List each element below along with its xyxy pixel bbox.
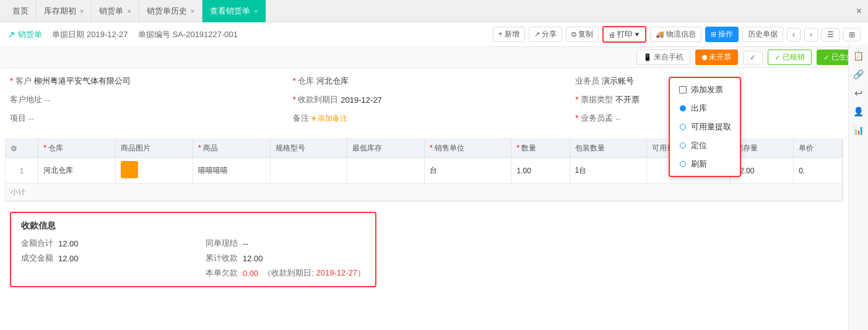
close-sales-history-tab[interactable]: ×	[191, 7, 194, 15]
transaction-amount-label: 成交金额	[21, 253, 53, 264]
doc-type-badge: ↗ 销货单	[7, 29, 42, 40]
grid-view-button[interactable]: ⊞	[843, 28, 861, 41]
row-pkg-qty: 1台	[570, 158, 647, 184]
payment-info-box: 收款信息 金额合计 12.00 同单现结 -- 成交金额 12.00 累计收款 …	[10, 212, 376, 287]
right-icon-clipboard[interactable]: 📋	[850, 47, 867, 64]
address-field: 客户地址 --	[10, 94, 293, 105]
close-all-tabs[interactable]: ×	[856, 6, 862, 17]
copy-button[interactable]: ⧉ 复制	[566, 27, 599, 42]
add-invoice-icon	[679, 85, 687, 94]
warehouse-value: 河北仓库	[316, 76, 349, 87]
row-warehouse: 河北仓库	[38, 158, 116, 184]
note-field: 备注 + 添加备注	[293, 113, 576, 124]
staff-value: 演示账号	[602, 76, 634, 87]
operation-button[interactable]: ⊞ 操作	[705, 27, 739, 42]
row-unit: 台	[425, 158, 511, 184]
history-button[interactable]: 历史单据	[742, 27, 783, 42]
cumulative-collection-label: 累计收款	[206, 253, 238, 264]
doc-no-value: SA-20191227-001	[173, 30, 238, 39]
staff-label: 业务员	[575, 76, 599, 87]
payment-section: 收款信息 金额合计 12.00 同单现结 -- 成交金额 12.00 累计收款 …	[0, 202, 868, 287]
doc-type-label: 销货单	[18, 29, 42, 40]
row-unit-price: 0.	[794, 158, 843, 184]
refresh-item[interactable]: 刷新	[670, 155, 740, 173]
verified-button[interactable]: ✓ 已核销	[768, 50, 812, 65]
warehouse-label: 仓库	[293, 76, 315, 87]
salesperson-label: 业务员孟	[575, 113, 613, 124]
total-amount-label: 金额合计	[21, 238, 53, 249]
address-value: --	[45, 95, 50, 105]
cumulative-collection-value: 12.00	[243, 254, 263, 263]
subtotal-row: 小计	[6, 184, 843, 201]
subtotal-label: 小计	[6, 184, 843, 201]
list-view-button[interactable]: ☰	[822, 28, 840, 41]
toolbar-right: + 新增 ↗ 分享 ⧉ 复制 🖨 打印 ▼ 🚚 物流信息 ⊞ 操作	[493, 26, 861, 43]
prev-doc-button[interactable]: ‹	[787, 28, 801, 41]
position-icon	[679, 141, 687, 150]
not-open-ticket-button[interactable]: 未开票	[695, 50, 738, 65]
operation-dropdown: 添加发票 出库 可用量提取 定位 刷新	[669, 77, 741, 177]
tab-sales-history[interactable]: 销货单历史 ×	[139, 0, 202, 22]
tab-sales-order[interactable]: 销货单 ×	[92, 0, 139, 22]
add-invoice-item[interactable]: 添加发票	[670, 80, 740, 99]
tab-bar: 首页 库存期初 × 销货单 × 销货单历史 × 查看销货单 × ×	[0, 0, 868, 22]
position-item[interactable]: 定位	[670, 136, 740, 155]
transaction-amount-row: 成交金额 12.00	[21, 253, 181, 264]
same-settlement-label: 同单现结	[206, 238, 238, 249]
date-value: 2019-12-27	[87, 30, 128, 39]
gear-icon[interactable]: ⚙	[11, 144, 17, 153]
customer-label: 客户	[10, 76, 32, 87]
address-label: 客户地址	[10, 94, 42, 105]
close-inventory-init-tab[interactable]: ×	[80, 7, 84, 15]
col-spec: 规格型号	[270, 139, 347, 158]
current-arrears-row: 本单欠款 0.00 （收款到期日: 2019-12-27）	[206, 267, 365, 279]
current-arrears-value: 0.00	[243, 269, 258, 278]
col-gear: ⚙	[6, 139, 38, 158]
col-qty: 数量	[511, 139, 570, 158]
tab-home[interactable]: 首页	[5, 0, 37, 22]
col-warehouse: 仓库	[38, 139, 116, 158]
tab-view-sales[interactable]: 查看销货单 ×	[202, 0, 266, 22]
from-phone-button[interactable]: 📱 来自手机	[636, 50, 690, 65]
current-arrears-label: 本单欠款	[206, 267, 238, 279]
print-button[interactable]: 🖨 打印 ▼	[602, 26, 646, 43]
available-pickup-icon	[679, 123, 687, 131]
logistics-button[interactable]: 🚚 物流信息	[650, 27, 701, 42]
payment-date-value: 2019-12-27	[341, 95, 382, 105]
customer-value: 柳州粤港平安气体有限公司	[34, 76, 131, 87]
refresh-icon	[679, 160, 687, 168]
row-num: 1	[6, 158, 38, 184]
transaction-amount-value: 12.00	[58, 254, 79, 263]
project-value: --	[28, 114, 34, 123]
check-button[interactable]: ✓	[743, 51, 763, 64]
right-icon-link[interactable]: 🔗	[850, 66, 867, 83]
close-view-sales-tab[interactable]: ×	[254, 7, 258, 15]
product-image	[121, 161, 138, 178]
right-icon-user[interactable]: 👤	[850, 103, 867, 120]
same-settlement-row: 同单现结 --	[206, 238, 365, 249]
out-warehouse-item[interactable]: 出库	[670, 99, 740, 118]
doc-no-label: 单据编号	[138, 29, 170, 40]
project-field: 项目 --	[10, 113, 293, 124]
col-pkg-qty: 包装数量	[570, 139, 647, 158]
doc-no-field: 单据编号 SA-20191227-001	[138, 29, 238, 40]
customer-field: 客户 柳州粤港平安气体有限公司	[10, 76, 293, 87]
main-content: ↗ 销货单 单据日期 2019-12-27 单据编号 SA-20191227-0…	[0, 22, 868, 330]
col-product: 商品	[193, 139, 270, 158]
row-product: 嘻嘻嘻嘻	[193, 158, 270, 184]
available-pickup-item[interactable]: 可用量提取	[670, 118, 740, 136]
right-icon-return[interactable]: ↩	[850, 84, 867, 102]
same-settlement-value: --	[243, 239, 248, 248]
close-sales-order-tab[interactable]: ×	[127, 7, 131, 15]
tab-inventory-init[interactable]: 库存期初 ×	[37, 0, 92, 22]
next-doc-button[interactable]: ›	[804, 28, 818, 41]
new-button[interactable]: + 新增	[493, 27, 525, 42]
right-icon-chart[interactable]: 📊	[850, 121, 867, 139]
row-min-stock	[347, 158, 425, 184]
row-spec	[270, 158, 347, 184]
doc-info: 单据日期 2019-12-27 单据编号 SA-20191227-001	[52, 29, 238, 40]
payment-title: 收款信息	[21, 220, 365, 232]
share-button[interactable]: ↗ 分享	[529, 27, 562, 42]
add-note-button[interactable]: + 添加备注	[311, 113, 347, 124]
col-unit: 销售单位	[425, 139, 511, 158]
